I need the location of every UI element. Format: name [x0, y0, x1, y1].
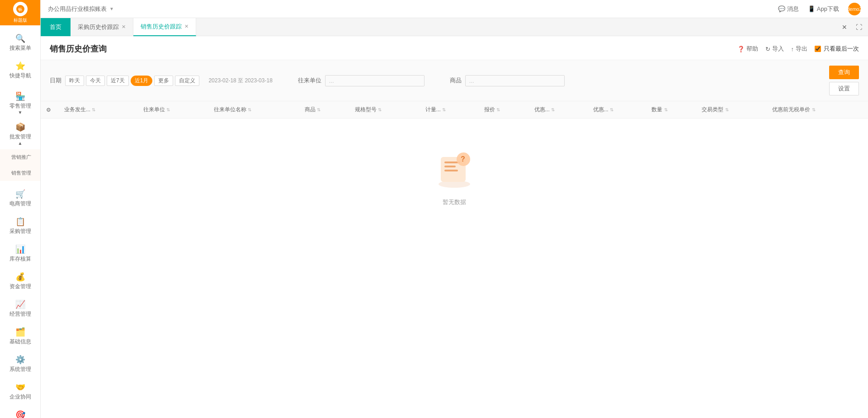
app-download-button[interactable]: 📱 App下载: [808, 5, 839, 13]
ecommerce-icon: 🛒: [15, 189, 25, 199]
sidebar-item-basic[interactable]: 🗂️ 基础信息: [0, 323, 40, 350]
sort-icon: ⇅: [378, 107, 382, 112]
topbar-actions: 💬 消息 📱 App下载 demo2: [778, 3, 861, 15]
settings-button[interactable]: 设置: [829, 82, 859, 95]
page-header: 销售历史价查询 ❓ 帮助 ↻ 导入 ↑ 导出: [41, 36, 868, 60]
only-last-label: 只看最后一次: [824, 45, 859, 53]
sidebar-item-search[interactable]: 🔍 搜索菜单: [0, 29, 40, 57]
main-area: 办公用品行业模拟账表 ▼ 💬 消息 📱 App下载 demo2 首页 采购历史价…: [41, 0, 868, 418]
th-partner-code[interactable]: 往来单位 ⇅: [138, 101, 208, 119]
sidebar: 畅 标题版 🔍 搜索菜单 ⭐ 快捷导航 🏪 零售管理 ▼ 📦 批发管理 ▲ 营销…: [0, 0, 41, 418]
sidebar-item-sales-mgmt[interactable]: 销售管理: [0, 165, 40, 181]
th-trade-type[interactable]: 交易类型 ⇅: [696, 101, 767, 119]
product-input[interactable]: ...: [465, 75, 565, 86]
sidebar-item-enterprise[interactable]: 🤝 企业协同: [0, 378, 40, 405]
tab-purchase-label: 采购历史价跟踪: [78, 23, 119, 31]
sidebar-item-inventory[interactable]: 📊 库存核算: [0, 240, 40, 267]
import-label: 导入: [772, 45, 784, 53]
th-settings: ⚙: [41, 101, 59, 119]
close-window-button[interactable]: ✕: [839, 22, 850, 33]
basic-icon: 🗂️: [15, 327, 25, 337]
sidebar-item-label: 零售管理: [9, 102, 31, 110]
sort-icon: ⇅: [248, 107, 251, 112]
guide-icon: 🎯: [15, 410, 25, 418]
sidebar-item-ecommerce[interactable]: 🛒 电商管理: [0, 185, 40, 212]
download-icon: 📱: [808, 5, 815, 12]
sidebar-item-label: 基础信息: [9, 338, 31, 346]
system-icon: ⚙️: [15, 355, 25, 365]
only-last-checkbox[interactable]: [815, 46, 821, 52]
sidebar-item-label: 库存核算: [9, 255, 31, 263]
maximize-window-button[interactable]: ⛶: [854, 22, 864, 33]
close-icon[interactable]: ✕: [184, 24, 189, 29]
date-btn-custom[interactable]: 自定义: [175, 76, 199, 86]
message-label: 消息: [787, 5, 799, 13]
tab-purchase[interactable]: 采购历史价跟踪 ✕: [71, 18, 133, 36]
empty-state: ? 暂无数据: [41, 119, 868, 233]
sidebar-item-marketing[interactable]: 营销推广: [0, 149, 40, 165]
help-button[interactable]: ❓ 帮助: [737, 45, 758, 53]
topbar-dropdown-icon[interactable]: ▼: [109, 6, 114, 11]
sidebar-item-guide[interactable]: 🎯 新手引导: [0, 405, 40, 418]
date-btn-last1m[interactable]: 近1月: [131, 76, 153, 86]
table-header-row: ⚙ 业务发生... ⇅ 往来单位 ⇅ 往来单位名称: [41, 101, 868, 119]
sidebar-item-label: 采购管理: [9, 228, 31, 235]
sidebar-item-label: 批发管理: [9, 133, 31, 141]
tab-home[interactable]: 首页: [41, 18, 71, 36]
sidebar-item-quicknav[interactable]: ⭐ 快捷导航: [0, 57, 40, 84]
settings-gear-icon[interactable]: ⚙: [46, 107, 51, 113]
sidebar-item-retail[interactable]: 🏪 零售管理 ▼: [0, 88, 40, 119]
date-btn-more[interactable]: 更多: [154, 76, 173, 86]
user-avatar[interactable]: demo2: [848, 3, 861, 15]
tab-sales[interactable]: 销售历史价跟踪 ✕: [133, 18, 196, 36]
sidebar-item-wholesale[interactable]: 📦 批发管理 ▲: [0, 119, 40, 149]
search-icon: 🔍: [15, 33, 25, 43]
sidebar-item-label: 电商管理: [9, 200, 31, 208]
chevron-up-icon: ▲: [18, 141, 23, 146]
date-filter: 日期 昨天 今天 近7天 近1月 更多 自定义: [50, 76, 199, 86]
th-discount1[interactable]: 优惠... ⇅: [529, 101, 588, 119]
sidebar-item-finance[interactable]: 💰 资金管理: [0, 267, 40, 295]
th-spec[interactable]: 规格型号 ⇅: [349, 101, 420, 119]
close-icon[interactable]: ✕: [122, 24, 126, 30]
product-filter: 商品 ...: [450, 75, 565, 86]
th-quote[interactable]: 报价 ⇅: [479, 101, 529, 119]
content-area: 销售历史价查询 ❓ 帮助 ↻ 导入 ↑ 导出: [41, 36, 868, 418]
tabbar: 首页 采购历史价跟踪 ✕ 销售历史价跟踪 ✕ ✕ ⛶: [41, 18, 868, 36]
th-product[interactable]: 商品 ⇅: [299, 101, 349, 119]
date-btn-last7[interactable]: 近7天: [107, 76, 129, 86]
page: 销售历史价查询 ❓ 帮助 ↻ 导入 ↑ 导出: [41, 36, 868, 418]
date-btn-today[interactable]: 今天: [86, 76, 105, 86]
export-button[interactable]: ↑ 导出: [791, 45, 808, 53]
sidebar-logo[interactable]: 畅 标题版: [0, 0, 41, 25]
sidebar-item-label: 销售管理: [11, 170, 31, 176]
message-button[interactable]: 💬 消息: [778, 5, 799, 13]
app-download-label: App下载: [817, 5, 839, 13]
logo-text: 标题版: [14, 17, 27, 24]
sidebar-item-system[interactable]: ⚙️ 系统管理: [0, 350, 40, 378]
source-unit-label: 往来单位: [298, 76, 321, 85]
th-pretax-price[interactable]: 优惠前无税单价 ⇅: [767, 101, 868, 119]
source-unit-input[interactable]: ...: [325, 75, 425, 86]
import-icon: ↻: [765, 46, 770, 52]
query-button[interactable]: 查询: [829, 66, 859, 79]
logo-icon: 畅: [13, 2, 28, 16]
sidebar-item-purchase[interactable]: 📋 采购管理: [0, 212, 40, 240]
export-label: 导出: [796, 45, 807, 53]
import-button[interactable]: ↻ 导入: [765, 45, 784, 53]
empty-icon: ?: [432, 146, 477, 191]
topbar: 办公用品行业模拟账表 ▼ 💬 消息 📱 App下载 demo2: [41, 0, 868, 18]
th-discount2[interactable]: 优惠... ⇅: [588, 101, 646, 119]
operation-icon: 📈: [15, 299, 25, 309]
date-btn-yesterday[interactable]: 昨天: [65, 76, 84, 86]
sidebar-item-operation[interactable]: 📈 经营管理: [0, 295, 40, 323]
sidebar-item-label: 经营管理: [9, 310, 31, 318]
th-partner-name[interactable]: 往来单位名称 ⇅: [208, 101, 299, 119]
wholesale-icon: 📦: [15, 122, 25, 132]
table-header: ⚙ 业务发生... ⇅ 往来单位 ⇅ 往来单位名称: [41, 101, 868, 119]
purchase-icon: 📋: [15, 217, 25, 227]
th-unit[interactable]: 计量... ⇅: [420, 101, 479, 119]
empty-text: 暂无数据: [443, 198, 466, 206]
th-qty[interactable]: 数量 ⇅: [646, 101, 696, 119]
th-biz-date[interactable]: 业务发生... ⇅: [59, 101, 138, 119]
